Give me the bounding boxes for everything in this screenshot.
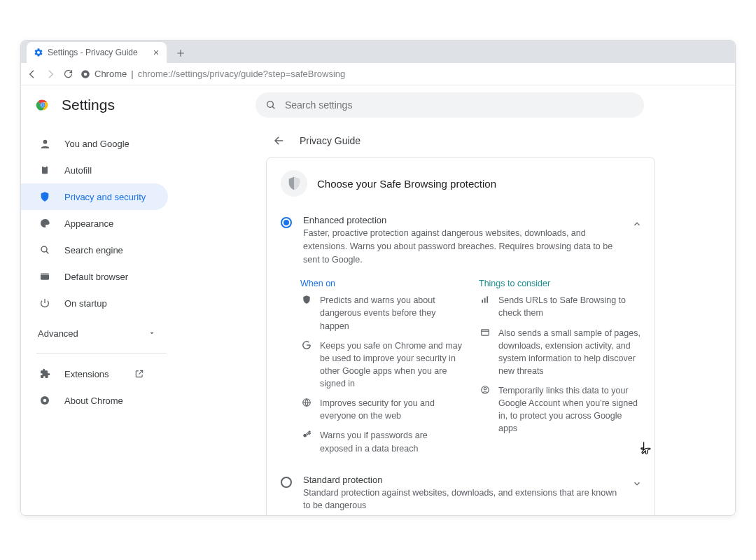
sidebar-item-label: On startup: [64, 298, 107, 309]
svg-rect-20: [482, 329, 489, 335]
tab-title: Settings - Privacy Guide: [48, 48, 138, 57]
things-to-consider-heading: Things to consider: [479, 279, 640, 288]
back-arrow-icon[interactable]: [273, 134, 286, 147]
option-description: Standard protection against websites, do…: [303, 486, 640, 513]
person-icon: [38, 138, 52, 150]
sidebar-item-label: Appearance: [64, 218, 113, 229]
account-icon: [479, 384, 491, 435]
svg-rect-17: [482, 300, 483, 303]
enhanced-details: When on Predicts and warns you about dan…: [267, 274, 654, 467]
new-tab-button[interactable]: [171, 43, 190, 63]
sidebar-advanced-toggle[interactable]: Advanced: [21, 319, 182, 347]
page-title: Settings: [62, 97, 115, 113]
chevron-up-icon[interactable]: [632, 219, 642, 229]
browser-tab[interactable]: Settings - Privacy Guide: [27, 42, 167, 63]
sidebar-item-privacy-security[interactable]: Privacy and security: [21, 183, 168, 210]
chevron-down-icon: [148, 330, 155, 337]
url-label: Chrome: [94, 69, 127, 79]
option-title: Standard protection: [303, 475, 640, 485]
svg-point-5: [41, 104, 44, 106]
option-enhanced-protection[interactable]: Enhanced protection Faster, proactive pr…: [267, 208, 654, 274]
shield-icon: [38, 191, 52, 202]
when-on-heading: When on: [300, 279, 462, 288]
sidebar-item-label: Search engine: [64, 245, 123, 255]
browser-icon: [38, 271, 52, 282]
sidebar-item-label: About Chrome: [64, 396, 123, 406]
safe-browsing-card: Choose your Safe Browsing protection Enh…: [266, 157, 655, 516]
sidebar-item-extensions[interactable]: Extensions: [21, 360, 168, 387]
svg-point-21: [484, 388, 486, 391]
sidebar-item-appearance[interactable]: Appearance: [21, 210, 168, 237]
svg-point-14: [43, 399, 47, 402]
browser-toolbar: Chrome | chrome://settings/privacy/guide…: [21, 63, 735, 85]
sidebar-item-label: Autofill: [64, 165, 92, 176]
svg-point-7: [43, 139, 47, 144]
svg-point-10: [41, 246, 47, 252]
nav-back-icon[interactable]: [27, 69, 38, 80]
shield-badge-icon: [281, 170, 307, 197]
bars-icon: [479, 294, 491, 319]
sidebar-item-label: Default browser: [64, 272, 128, 282]
window-icon: [479, 327, 491, 378]
card-title: Choose your Safe Browsing protection: [317, 178, 496, 190]
svg-rect-8: [42, 167, 48, 174]
gear-icon: [34, 48, 43, 57]
power-icon: [38, 298, 52, 309]
option-standard-protection[interactable]: Standard protection Standard protection …: [267, 468, 654, 516]
sidebar-item-autofill[interactable]: Autofill: [21, 157, 168, 183]
option-description: Faster, proactive protection against dan…: [303, 227, 640, 266]
svg-rect-18: [484, 298, 486, 303]
key-icon: [300, 429, 313, 454]
nav-forward-icon[interactable]: [45, 69, 56, 80]
close-tab-icon[interactable]: [153, 49, 160, 56]
settings-sidebar: You and Google Autofill Privacy and secu…: [21, 125, 182, 515]
search-input[interactable]: [285, 99, 634, 111]
search-settings[interactable]: [255, 92, 644, 118]
clipboard-icon: [38, 164, 52, 176]
open-external-icon: [134, 369, 144, 379]
radio-selected-icon[interactable]: [281, 217, 292, 228]
google-g-icon: [300, 340, 313, 391]
sidebar-item-you-and-google[interactable]: You and Google: [21, 130, 168, 157]
tab-strip: Settings - Privacy Guide: [21, 41, 735, 63]
sidebar-item-about-chrome[interactable]: About Chrome: [21, 387, 168, 414]
globe-icon: [300, 397, 313, 422]
sidebar-item-label: Privacy and security: [64, 192, 146, 202]
svg-point-1: [84, 72, 88, 76]
chrome-icon: [38, 395, 52, 406]
palette-icon: [38, 218, 52, 229]
svg-rect-9: [43, 165, 46, 167]
radio-unselected-icon[interactable]: [281, 477, 292, 488]
sidebar-item-search-engine[interactable]: Search engine: [21, 237, 168, 263]
site-identity-icon: [80, 69, 90, 79]
svg-rect-12: [41, 273, 49, 275]
option-title: Enhanced protection: [303, 215, 640, 225]
chrome-logo-icon: [35, 97, 50, 113]
chevron-down-icon[interactable]: [632, 479, 642, 489]
search-icon: [38, 244, 52, 255]
sidebar-item-label: You and Google: [64, 139, 130, 149]
svg-point-16: [303, 434, 307, 438]
sidebar-item-default-browser[interactable]: Default browser: [21, 263, 168, 290]
search-icon: [265, 99, 276, 111]
security-icon: [300, 294, 313, 332]
sidebar-item-label: Extensions: [64, 369, 109, 379]
svg-rect-19: [486, 297, 488, 303]
address-bar[interactable]: Chrome | chrome://settings/privacy/guide…: [80, 69, 729, 79]
reload-icon[interactable]: [63, 69, 74, 79]
breadcrumb-title: Privacy Guide: [300, 135, 360, 146]
puzzle-icon: [38, 368, 52, 379]
sidebar-item-on-startup[interactable]: On startup: [21, 290, 168, 316]
